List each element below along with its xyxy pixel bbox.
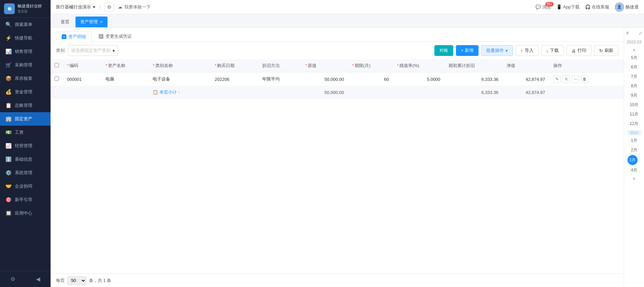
period-up-arrow[interactable]: ▲: [632, 47, 636, 52]
category-placeholder: 请选择固定资产类别: [71, 47, 111, 54]
tab-close-icon[interactable]: ✕: [100, 20, 103, 24]
header-depreciation-method: 折旧方法: [258, 59, 302, 72]
notification-icon: 💬: [535, 4, 541, 9]
print-icon: 🖨: [572, 48, 576, 53]
sidebar-item-search[interactable]: 🔍搜索菜单: [0, 18, 51, 31]
refresh-label: 刷新: [605, 47, 613, 54]
sidebar-item-enterprise[interactable]: 🤝企业协同: [0, 180, 51, 193]
period-down-arrow[interactable]: ▼: [632, 177, 636, 181]
batch-button[interactable]: 批量操作 ▾: [481, 45, 513, 56]
copy-button-0[interactable]: ⎘: [562, 75, 570, 83]
content-main: ≡ 资产明细 ≡ 变更生成凭证 类别 请选择固定资产类别 ▾ 对账: [51, 28, 624, 287]
month-item-11[interactable]: 11月: [627, 110, 641, 119]
sidebar-item-inventory[interactable]: 📦库存核算: [0, 72, 51, 85]
month-item-curr-1[interactable]: 1月: [627, 136, 641, 145]
month-item-curr-2[interactable]: 2月: [627, 146, 641, 154]
header-category: *类别名称: [149, 59, 211, 72]
sidebar-item-system[interactable]: ⚙️系统管理: [0, 166, 51, 180]
sidebar-item-purchase[interactable]: 🛒采购管理: [0, 58, 51, 72]
sidebar-item-guide[interactable]: 🎯新手引导: [0, 193, 51, 206]
user-menu[interactable]: 👤 畅捷通: [615, 2, 639, 12]
sidebar-label-ledger: 总账管理: [15, 102, 32, 108]
download-button[interactable]: ↓ 下载: [541, 45, 564, 56]
period-nav-down: ▼: [632, 177, 636, 181]
confirm-button[interactable]: 对账: [434, 45, 453, 56]
batch-label: 批量操作: [486, 47, 504, 54]
month-item-6[interactable]: 6月: [627, 63, 641, 71]
per-page-select[interactable]: 10 20 50 100: [67, 276, 86, 285]
sidebar-item-basic-info[interactable]: ℹ️基础信息: [0, 153, 51, 166]
select-all-checkbox[interactable]: [55, 63, 59, 67]
experience-button[interactable]: ☁ 我要体验一下: [118, 4, 151, 10]
add-button[interactable]: + 新增: [456, 45, 479, 56]
sidebar-item-capital[interactable]: 💰资金管理: [0, 85, 51, 99]
row-depreciation-method: 年限平均: [258, 72, 302, 86]
sidebar-icon-system: ⚙️: [5, 170, 11, 176]
assets-table: *编码 *资产名称 *类别名称 *购买日期 折旧方法 *原值 *期限(月) *残…: [51, 59, 624, 99]
category-dropdown-icon: ▾: [113, 48, 115, 53]
month-item-9[interactable]: 9月: [627, 91, 641, 100]
cloud-icon: ☁: [118, 4, 122, 9]
month-item-curr-4[interactable]: 4月: [627, 166, 641, 174]
right-panel-expand-button[interactable]: ⤢: [639, 30, 643, 36]
subtotal-accumulated: 6,333.36: [444, 86, 503, 99]
sidebar-item-app-center[interactable]: 🔲应用中心: [0, 206, 51, 220]
print-button[interactable]: 🖨 打印: [566, 45, 591, 56]
company-settings-button[interactable]: ⚙: [104, 2, 114, 12]
company-selector[interactable]: 医疗器械行业演示 ▾: [56, 4, 95, 10]
tab-asset-management-label: 资产管理: [80, 19, 98, 25]
header-code: *编码: [63, 59, 101, 72]
tab-home[interactable]: 首页: [56, 17, 74, 27]
sidebar-label-inventory: 库存核算: [15, 75, 32, 82]
month-item-8[interactable]: 8月: [627, 82, 641, 90]
sidebar-item-fixed-assets[interactable]: 🏢固定资产: [0, 112, 51, 126]
sidebar-icon-purchase: 🛒: [5, 62, 11, 68]
sidebar-icon-payroll: 💵: [5, 129, 11, 135]
edit-button-0[interactable]: ✎: [553, 75, 561, 83]
collapse-icon[interactable]: ◀: [33, 275, 43, 284]
sidebar-item-ledger[interactable]: 📋总账管理: [0, 99, 51, 112]
sidebar-icon-inventory: 📦: [5, 75, 11, 82]
sidebar-item-payroll[interactable]: 💵工资: [0, 126, 51, 139]
header-purchase-date: *购买日期: [211, 59, 258, 72]
sidebar-item-operations[interactable]: 📈经营管理: [0, 139, 51, 153]
header-operations: 操作: [549, 59, 624, 72]
sidebar-item-quick-nav[interactable]: ⚡快捷导航: [0, 31, 51, 45]
subtotal-row: 📋 本页小计： 50,000.00 6,333.36 42,874.97: [51, 86, 624, 99]
subtotal-net-value: 42,874.97: [502, 86, 549, 99]
row-net-value: 42,874.97: [502, 72, 549, 86]
customer-service-button[interactable]: 🎧 在线客服: [585, 4, 609, 10]
sidebar-item-sales[interactable]: 📊销售管理: [0, 45, 51, 58]
sub-tab-change-voucher[interactable]: ≡ 变更生成凭证: [93, 31, 137, 41]
import-button[interactable]: ↑ 导入: [516, 45, 539, 56]
month-item-10[interactable]: 10月: [627, 100, 641, 109]
app-download-button[interactable]: 📱 App下载: [556, 4, 580, 10]
month-item-12[interactable]: 12月: [627, 119, 641, 128]
category-select[interactable]: 请选择固定资产类别 ▾: [68, 45, 118, 56]
per-page-label: 每页: [56, 278, 65, 284]
header-residual-rate: *残值率(%): [393, 59, 444, 72]
customer-service-icon: 🎧: [585, 4, 590, 9]
row-category: 电子设备: [149, 72, 211, 86]
sidebar-label-capital: 资金管理: [15, 89, 32, 95]
month-item-curr-3[interactable]: 3月: [627, 155, 638, 165]
refresh-button[interactable]: ↻ 刷新: [594, 45, 618, 56]
sidebar-label-quick-nav: 快捷导航: [15, 35, 32, 41]
settings-icon[interactable]: ⚙: [8, 275, 18, 284]
right-panel-close-button[interactable]: ✕: [625, 30, 630, 36]
row-checkbox-0[interactable]: [55, 76, 59, 81]
sidebar-label-fixed-assets: 固定资产: [15, 116, 32, 122]
sub-tab-asset-detail[interactable]: ≡ 资产明细: [56, 31, 92, 42]
more-button-0[interactable]: ⋯: [572, 75, 579, 83]
month-item-7[interactable]: 7月: [627, 72, 641, 81]
sidebar-bottom: ⚙ ◀: [0, 271, 51, 287]
tab-asset-management[interactable]: 资产管理 ✕: [75, 17, 108, 27]
customer-service-label: 在线客服: [592, 4, 609, 10]
notification-button[interactable]: 💬 消息 99+: [535, 4, 551, 10]
row-period: 60: [348, 72, 393, 86]
month-item-5[interactable]: 5月: [627, 53, 641, 62]
delete-button-0[interactable]: 🗑: [581, 75, 588, 83]
row-name: 电脑: [101, 72, 149, 86]
company-dropdown-icon: ▾: [93, 4, 95, 9]
sidebar-icon-guide: 🎯: [5, 197, 11, 203]
